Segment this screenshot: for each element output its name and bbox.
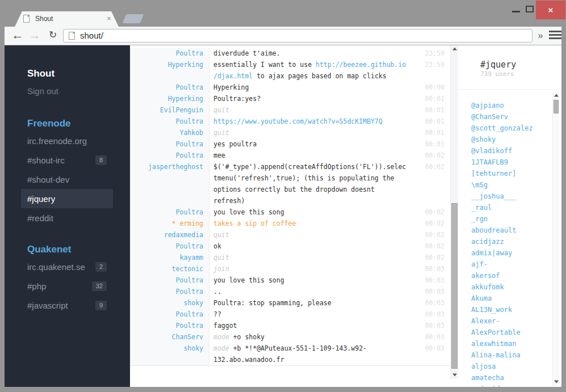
message-sender[interactable]: Poultra xyxy=(130,150,209,161)
user-list-item[interactable]: __joshua___ xyxy=(471,191,552,202)
user-list-item[interactable]: akersof xyxy=(471,270,552,281)
channel-label: #jquery xyxy=(27,194,55,204)
message-text: 00:02ok xyxy=(209,241,445,252)
user-list-item[interactable]: _rgn xyxy=(471,213,552,225)
message-sender[interactable]: Poultra xyxy=(130,138,209,150)
user-list-item[interactable]: acidjazz xyxy=(471,236,552,247)
back-button[interactable]: ← xyxy=(10,27,25,45)
message-timestamp: 00:03 xyxy=(425,309,445,320)
user-list-item[interactable]: AlexPortable xyxy=(471,327,552,338)
tab-close-icon[interactable]: × xyxy=(104,14,114,23)
user-list-item[interactable]: Akuma xyxy=(471,293,552,304)
user-list-item[interactable]: alexwhitman xyxy=(471,338,552,349)
window-minimize-button[interactable] xyxy=(512,11,520,12)
scroll-down-icon[interactable] xyxy=(553,378,559,386)
new-tab-button[interactable] xyxy=(123,14,144,23)
forward-button[interactable]: → xyxy=(27,27,42,45)
message-sender[interactable]: Poultra xyxy=(130,82,209,93)
message-sender[interactable]: kayamm xyxy=(130,252,209,263)
sidebar-item-irc-freenode-org[interactable]: irc.freenode.org xyxy=(21,131,113,150)
message-sender[interactable]: shoky xyxy=(130,365,209,366)
message-sender[interactable]: Poultra xyxy=(130,320,209,331)
user-list-item[interactable]: Alina-malina xyxy=(471,349,552,361)
sidebar-item-irc-quakenet-se[interactable]: irc.quakenet.se2 xyxy=(21,257,113,276)
message-sender[interactable]: redaxmedia xyxy=(130,229,209,241)
message-text: 00:03kick Poultra xyxy=(209,365,445,366)
scroll-up-icon[interactable] xyxy=(553,92,559,100)
user-list-item[interactable]: @scott_gonzalez xyxy=(471,123,552,134)
message-sender[interactable]: Hyperking xyxy=(130,93,209,104)
sign-out-link[interactable]: Sign out xyxy=(27,86,130,96)
user-list-item[interactable]: akkufomk xyxy=(471,281,552,293)
extensions-overflow-button[interactable]: » xyxy=(535,28,546,43)
message-text: 23:59diverdude t'aime. xyxy=(209,48,445,59)
message-sender[interactable]: shoky xyxy=(130,343,209,365)
network-header: Freenode xyxy=(27,118,130,129)
user-list-item[interactable]: _raul xyxy=(471,202,552,213)
message-text: 00:03Poultra: stop spamming, please xyxy=(209,297,445,309)
sidebar-item--shout-dev[interactable]: #shout-dev xyxy=(21,170,113,189)
message-sender[interactable]: Poultra xyxy=(130,206,209,218)
user-list-item[interactable]: @ajpiano xyxy=(471,100,552,111)
message-sender[interactable]: * erming xyxy=(130,218,209,229)
text-segment: essentially I want to use xyxy=(213,61,316,69)
message-sender[interactable]: shoky xyxy=(130,297,209,309)
userlist-scrollbar-thumb[interactable] xyxy=(554,100,559,113)
message-sender[interactable]: tectonic xyxy=(130,263,209,275)
user-list-item[interactable]: 1JTAAFLB9 xyxy=(471,157,552,168)
chat-scrollbar[interactable] xyxy=(450,45,458,379)
scroll-down-icon[interactable] xyxy=(451,371,458,379)
message-row: Poultra00:00Hyperking xyxy=(130,82,445,93)
window-maximize-button[interactable] xyxy=(526,6,534,12)
address-bar[interactable]: shout/ xyxy=(63,29,533,43)
window-close-button[interactable]: × xyxy=(536,1,565,19)
message-sender[interactable]: EvilPenguin xyxy=(130,104,209,116)
user-list-item[interactable]: @shoky xyxy=(471,134,552,145)
chat-scrollbar-thumb[interactable] xyxy=(451,203,458,369)
message-row: Poultra00:03faggot xyxy=(130,320,445,331)
message-sender[interactable]: Hyperking xyxy=(130,59,209,82)
message-sender[interactable]: Yahkob xyxy=(130,127,209,138)
message-sender[interactable]: Poultra xyxy=(130,48,209,59)
browser-tab[interactable]: Shout × xyxy=(15,11,119,27)
app-title[interactable]: Shout xyxy=(27,68,130,79)
user-list-item[interactable]: ajf- xyxy=(471,259,552,270)
sidebar-item--jquery[interactable]: #jquery xyxy=(21,189,113,208)
reload-button[interactable]: ↻ xyxy=(45,27,60,45)
message-timestamp: 00:01 xyxy=(425,138,445,150)
text-segment: yes poultra xyxy=(213,140,257,148)
user-list-item[interactable]: Alexer- xyxy=(471,315,552,327)
scroll-up-icon[interactable] xyxy=(451,45,458,53)
message-sender[interactable]: Poultra xyxy=(130,241,209,252)
user-list-item[interactable]: amatecha xyxy=(471,372,552,383)
message-sender[interactable]: Poultra xyxy=(130,275,209,286)
user-list-item[interactable]: AL13N_work xyxy=(471,304,552,315)
chat-message-input[interactable] xyxy=(136,369,442,384)
user-list-item[interactable]: admix|away xyxy=(471,247,552,259)
sidebar-item--php[interactable]: #php32 xyxy=(21,276,113,296)
user-list-item[interactable]: aljosa xyxy=(471,361,552,372)
sidebar-item--shout-irc[interactable]: #shout-irc8 xyxy=(21,150,113,170)
url-text: shout/ xyxy=(80,29,103,42)
user-list-item[interactable]: @vladikoff xyxy=(471,145,552,157)
browser-menu-button[interactable] xyxy=(549,31,561,41)
message-sender[interactable]: ChanServ xyxy=(130,331,209,343)
sidebar-item--javascript[interactable]: #javascript9 xyxy=(21,296,113,315)
text-segment: Poultra: stop spamming, please xyxy=(213,299,332,307)
message-row: Poultra00:01yes poultra xyxy=(130,138,445,150)
message-sender[interactable]: Poultra xyxy=(130,286,209,297)
user-list-item[interactable]: android xyxy=(471,383,552,387)
message-text: 00:03mode +b *!*@APuteaux-551-1-109-143.… xyxy=(209,343,445,365)
sidebar-item--reddit[interactable]: #reddit xyxy=(21,208,113,227)
user-list-item[interactable]: \mSg xyxy=(471,179,552,191)
userlist-scrollbar[interactable] xyxy=(552,92,559,386)
message-timestamp: 00:01 xyxy=(425,93,445,104)
message-text: 00:01Poultra:yes? xyxy=(209,93,445,104)
message-link[interactable]: https://www.youtube.com/watch?v=S5dcKIMB… xyxy=(213,117,383,125)
message-sender[interactable]: Poultra xyxy=(130,309,209,320)
message-sender[interactable]: jaspertheghost xyxy=(130,161,209,206)
user-list-item[interactable]: [tehturner] xyxy=(471,168,552,179)
user-list-item[interactable]: @ChanServ xyxy=(471,111,552,123)
user-list-item[interactable]: aboudreault xyxy=(471,225,552,236)
message-sender[interactable]: Poultra xyxy=(130,116,209,127)
